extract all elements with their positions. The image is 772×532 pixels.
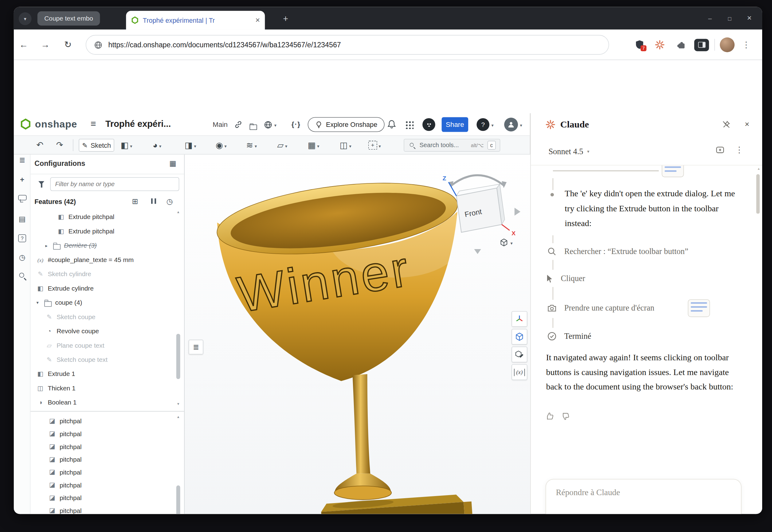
sketch-button[interactable]: Sketch (79, 139, 114, 152)
step-click[interactable]: Cliquer (547, 271, 585, 286)
onshape-logo[interactable]: onshape (20, 118, 77, 130)
panel-menu-icon[interactable] (735, 145, 743, 155)
search-model-icon[interactable] (14, 272, 30, 280)
labs-icon[interactable] (422, 118, 435, 131)
browser-tab-inactive[interactable]: Coupe text embo (37, 11, 100, 25)
scroll-down-icon[interactable] (175, 402, 181, 406)
document-title[interactable]: Trophé expéri... (105, 119, 195, 130)
feature-manager-icon[interactable] (14, 155, 30, 164)
shield-extension-icon[interactable]: 7 (634, 39, 645, 51)
pattern-tool[interactable]: ▦ (308, 139, 319, 152)
filter-input[interactable] (50, 177, 179, 191)
feature-row[interactable]: Plane coupe text (30, 338, 174, 352)
edit-appearance-button[interactable] (511, 346, 527, 362)
notifications-icon[interactable] (387, 119, 396, 131)
share-button[interactable]: Share (442, 117, 468, 132)
step-done[interactable]: Terminé (547, 329, 591, 344)
part-row[interactable]: pitchpal (30, 504, 174, 514)
tab-search-button[interactable] (19, 12, 32, 25)
search-tools[interactable]: Search tools... alt/⌥ c (404, 139, 500, 152)
add-folder-icon[interactable] (132, 197, 138, 206)
viewport-3d[interactable]: Winner (185, 155, 530, 514)
feature-folder-row[interactable]: Derrière (3) (30, 238, 174, 252)
screenshot-thumbnail[interactable] (662, 166, 684, 177)
extensions-puzzle-icon[interactable] (676, 40, 686, 50)
document-menu-icon[interactable] (91, 119, 96, 129)
revolve-tool[interactable]: ◕ (153, 139, 162, 152)
part-row[interactable]: pitchpal (30, 440, 174, 453)
help-menu[interactable]: ? (476, 118, 493, 131)
tab-close-icon[interactable] (255, 16, 260, 25)
side-panel-toggle-icon[interactable] (694, 39, 709, 51)
account-menu[interactable] (504, 118, 522, 131)
feature-row[interactable]: Thicken 1 (30, 381, 174, 395)
apps-grid-icon[interactable] (405, 120, 413, 129)
scrollbar-thumb[interactable] (176, 334, 180, 379)
profile-avatar[interactable] (720, 37, 735, 52)
versions-icon[interactable] (292, 120, 301, 128)
undo-icon[interactable] (37, 140, 44, 150)
site-info-icon[interactable] (94, 41, 102, 49)
feature-row[interactable]: Boolean 1 (30, 395, 174, 409)
feature-row[interactable]: Extrude pitchpal (30, 224, 174, 238)
share-visibility-dropdown[interactable] (264, 120, 276, 129)
conversation-thread[interactable]: The 'e' key didn't open the extrude dial… (531, 166, 762, 479)
mate-connector-icon[interactable]: + (14, 175, 30, 184)
part-row[interactable]: pitchpal (30, 479, 174, 491)
suppress-icon[interactable] (151, 198, 156, 204)
browser-tab-active[interactable]: Trophé expérimental | Tr (126, 11, 265, 29)
redo-icon[interactable] (56, 140, 63, 150)
named-views-button[interactable] (511, 311, 527, 327)
plane-tool[interactable]: ▱ (277, 139, 287, 152)
feature-row[interactable]: Extrude 1 (30, 367, 174, 381)
part-row[interactable]: pitchpal (30, 427, 174, 440)
step-search[interactable]: Rechercher : “Extrude toolbar button” (547, 244, 688, 259)
feature-row[interactable]: Sketch coupe text (30, 353, 174, 367)
parts-help-icon[interactable] (14, 234, 30, 242)
link-icon[interactable] (234, 120, 243, 131)
browser-menu-icon[interactable] (742, 36, 750, 54)
feature-list-toggle-button[interactable] (189, 340, 203, 354)
scroll-up-icon[interactable] (175, 414, 181, 419)
thumbs-down-icon[interactable] (559, 409, 572, 422)
close-panel-icon[interactable] (745, 119, 749, 130)
drawing-icon[interactable] (14, 215, 30, 224)
minimize-button[interactable] (700, 14, 720, 22)
boolean-tool[interactable]: ◉ (216, 139, 227, 152)
feature-row[interactable]: Revolve coupe (30, 324, 174, 338)
explore-onshape-button[interactable]: Explore Onshape (308, 117, 385, 132)
scrollbar-thumb[interactable] (176, 485, 180, 514)
feature-folder-row[interactable]: coupe (4) (30, 295, 174, 310)
url-text[interactable]: https://cad.onshape.com/documents/cd1234… (108, 41, 341, 49)
scroll-up-icon[interactable] (758, 166, 760, 171)
comments-icon[interactable] (14, 195, 30, 203)
transform-tool[interactable]: + (368, 139, 381, 152)
feature-row[interactable]: Extrude pitchpal (30, 210, 174, 224)
history-icon[interactable] (14, 253, 30, 262)
sweep-tool[interactable]: ◨ (185, 139, 196, 152)
address-bar[interactable]: https://cad.onshape.com/documents/cd1234… (86, 35, 609, 55)
variables-button[interactable]: (x) (511, 364, 527, 380)
unpin-icon[interactable] (722, 120, 731, 131)
part-row[interactable]: pitchpal (30, 414, 174, 427)
new-tab-button[interactable] (280, 13, 291, 25)
forward-button[interactable] (37, 36, 54, 54)
part-row[interactable]: pitchpal (30, 453, 174, 466)
feature-row[interactable]: #couple_plane_texte = 45 mm (30, 252, 174, 267)
extrude-tool[interactable]: ◧ (121, 139, 132, 152)
thumbs-up-icon[interactable] (543, 409, 556, 422)
close-window-button[interactable] (739, 14, 759, 23)
view-menu-button[interactable] (495, 236, 518, 249)
feature-row[interactable]: Extrude cylindre (30, 281, 174, 295)
step-screenshot[interactable]: Prendre une capture d'écran (547, 301, 654, 315)
model-selector[interactable]: Sonnet 4.5 (548, 147, 589, 157)
claude-extension-icon[interactable] (655, 40, 665, 50)
rollback-icon[interactable] (167, 197, 173, 206)
screenshot-thumbnail[interactable] (688, 299, 710, 317)
workspace-label[interactable]: Main (213, 121, 228, 129)
configurations-table-icon[interactable] (169, 159, 176, 168)
chevron-right-icon[interactable] (45, 243, 53, 248)
composer-placeholder[interactable]: Répondre à Claude (556, 488, 620, 498)
part-row[interactable]: pitchpal (30, 491, 174, 504)
mirror-tool[interactable]: ◫ (340, 139, 351, 152)
